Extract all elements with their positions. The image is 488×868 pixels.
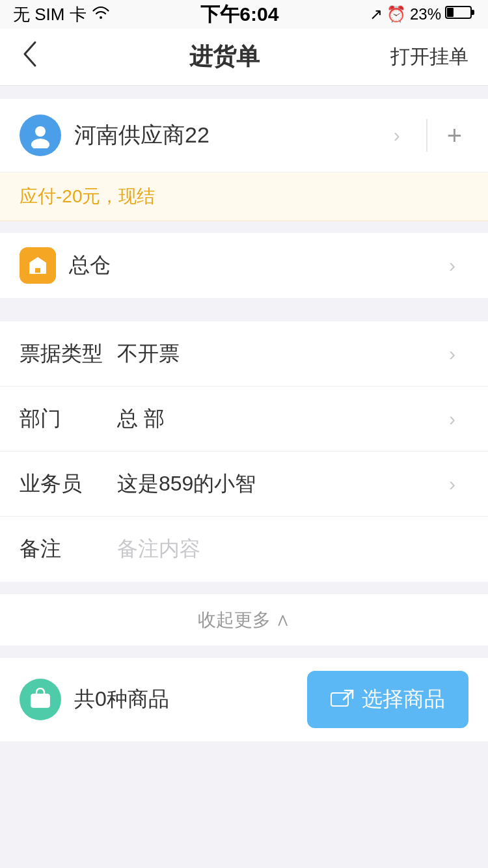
section-gap-3 [0,298,488,310]
select-product-button[interactable]: 选择商品 [307,671,468,728]
salesperson-chevron-icon: › [449,473,455,495]
remark-placeholder[interactable]: 备注内容 [111,535,468,563]
svg-rect-6 [31,694,49,707]
salesperson-label: 业务员 [20,470,111,498]
wifi-icon [92,5,110,23]
product-icon-wrap [20,679,61,720]
supplier-avatar [20,115,61,156]
open-pending-button[interactable]: 打开挂单 [390,44,468,70]
svg-rect-8 [331,693,348,706]
invoice-type-chevron-icon: › [449,343,455,365]
battery-label: 23% [410,5,441,23]
svg-rect-1 [471,10,474,15]
svg-point-3 [35,126,46,137]
back-button[interactable] [20,38,59,75]
status-left: 无 SIM 卡 [13,3,110,26]
department-chevron-icon: › [449,408,455,430]
nav-bar: 进货单 打开挂单 [0,29,488,86]
bottom-bar: 共0种商品 选择商品 [0,657,488,741]
supplier-row[interactable]: 河南供应商22 › + [0,99,488,172]
status-right: ↗ ⏰ 23% [370,5,475,24]
svg-rect-5 [35,268,40,273]
department-label: 部门 [20,405,111,433]
salesperson-row[interactable]: 业务员 这是859的小智 › [0,452,488,517]
invoice-type-row[interactable]: 票据类型 不开票 › [0,321,488,387]
status-time: 下午6:04 [200,1,278,28]
supplier-section: 河南供应商22 › + 应付-20元，现结 [0,99,488,221]
invoice-type-value: 不开票 [111,340,449,368]
warehouse-label: 总仓 [69,251,449,280]
alarm-icon: ⏰ [386,5,406,23]
location-icon: ↗ [370,5,383,23]
remark-row[interactable]: 备注 备注内容 [0,517,488,582]
supplier-chevron-icon: › [394,124,400,146]
salesperson-value: 这是859的小智 [111,470,449,498]
notice-banner: 应付-20元，现结 [0,172,488,221]
battery-icon [445,5,475,24]
warehouse-chevron-icon: › [449,254,455,277]
section-gap-2 [0,221,488,233]
status-bar: 无 SIM 卡 下午6:04 ↗ ⏰ 23% [0,0,488,29]
page-title: 进货单 [189,41,260,73]
warehouse-icon-wrap [20,247,56,284]
svg-point-4 [31,139,49,148]
warehouse-section: 总仓 › [0,233,488,298]
remark-label: 备注 [20,535,111,563]
department-row[interactable]: 部门 总 部 › [0,387,488,452]
carrier-label: 无 SIM 卡 [13,3,87,26]
select-product-label: 选择商品 [362,685,445,714]
collapse-button[interactable]: 收起更多 ∧ [0,593,488,645]
svg-rect-2 [447,8,454,17]
product-count-label: 共0种商品 [74,685,307,714]
add-supplier-button[interactable]: + [441,121,468,150]
warehouse-row[interactable]: 总仓 › [0,233,488,298]
section-gap-1 [0,86,488,99]
department-value: 总 部 [111,405,449,433]
form-section: 票据类型 不开票 › 部门 总 部 › 业务员 这是859的小智 › 备注 备注… [0,321,488,582]
supplier-name: 河南供应商22 [74,120,394,150]
invoice-type-label: 票据类型 [20,340,111,368]
supplier-divider [426,119,427,152]
